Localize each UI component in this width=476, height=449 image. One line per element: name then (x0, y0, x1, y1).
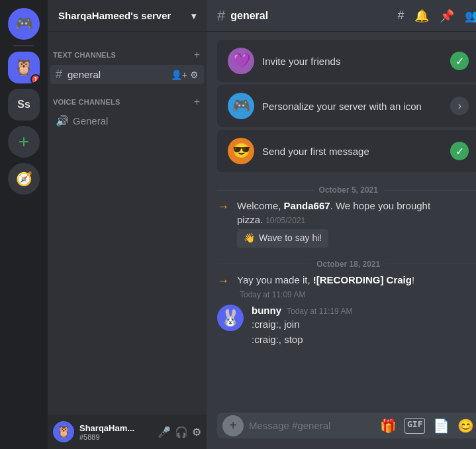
checklist-first-message-icon: 😎 (228, 138, 254, 164)
bell-icon[interactable]: 🔔 (414, 9, 429, 23)
checklist-personalize: 🎮 Personalize your server with an icon › (217, 85, 476, 127)
hashtag-icon[interactable]: # (397, 9, 404, 23)
server-sidebar: 🎮 🦉 1 Ss + 🧭 (0, 0, 48, 449)
user-bar: 🦉 SharqaHam... #5889 🎤 🎧 ⚙ (48, 415, 207, 449)
text-channels-label: TEXT CHANNELS (53, 51, 116, 59)
message-body-bunny: bunny Today at 11:19 AM :craig:, join :c… (252, 305, 476, 346)
discord-logo[interactable]: 🎮 (8, 8, 40, 40)
hash-icon: # (56, 68, 62, 81)
members-icon[interactable]: 👥 (465, 9, 476, 23)
add-member-icon[interactable]: 👤+ (171, 70, 187, 80)
chat-header: # general # 🔔 📌 👥 (207, 0, 476, 32)
server-icon-ss[interactable]: Ss (8, 89, 40, 121)
avatar: 🦉 (53, 421, 74, 442)
system-author-craig: ![RECORDING] Craig (313, 274, 412, 285)
system-text-prefix-craig: Yay you made it, (237, 274, 313, 285)
server-name-bar[interactable]: SharqaHameed's server ▾ (48, 0, 207, 32)
checklist-first-message: 😎 Send your first message ✓ (217, 130, 476, 172)
avatar-bunny: 🐰 (217, 305, 244, 331)
checklist-invite-friends: 💜 Invite your friends ✓ (217, 40, 476, 82)
input-actions: 🎁 GIF 📄 😊 (380, 418, 474, 434)
system-message-content-craig: Yay you made it, ![RECORDING] Craig! Tod… (237, 273, 414, 301)
system-message-content-panda: Welcome, Panda667. We hope you brought p… (237, 199, 476, 248)
system-timestamp-craig: Today at 11:09 AM (240, 290, 305, 299)
sticker-icon[interactable]: 📄 (433, 418, 450, 434)
voice-channel-name-general: General (73, 115, 108, 126)
emoji-icon[interactable]: 😊 (457, 418, 474, 434)
message-line-1-bunny: :craig:, join (252, 317, 476, 331)
server-name: SharqaHameed's server (58, 10, 171, 21)
checklist-first-message-text: Send your first message (262, 146, 442, 157)
wave-button[interactable]: 👋 Wave to say hi! (237, 229, 328, 248)
channel-header-title: general (230, 10, 268, 22)
message-author-bunny: bunny (252, 305, 281, 316)
settings-icon[interactable]: ⚙ (192, 426, 201, 438)
checklist-first-message-check[interactable]: ✓ (450, 142, 469, 160)
user-tag: #5889 (79, 433, 152, 441)
gif-icon[interactable]: GIF (405, 418, 425, 434)
pin-icon[interactable]: 📌 (440, 9, 454, 23)
checklist-invite-icon: 💜 (228, 48, 254, 74)
messages-area: 💜 Invite your friends ✓ 🎮 Personalize yo… (207, 32, 476, 413)
system-arrow-icon: → (217, 200, 229, 214)
system-timestamp-panda: 10/05/2021 (265, 216, 305, 225)
wave-emoji: 👋 (244, 232, 255, 245)
notification-badge: 1 (30, 74, 40, 83)
checklist-invite-text: Invite your friends (262, 56, 442, 67)
voice-channels-category: VOICE CHANNELS + (48, 84, 207, 112)
system-author-panda: Panda667 (284, 200, 330, 211)
add-voice-channel-button[interactable]: + (193, 95, 201, 109)
date-divider-oct5: October 5, 2021 (207, 175, 476, 197)
voice-channels-label: VOICE CHANNELS (53, 98, 120, 106)
user-info: SharqaHam... #5889 (79, 423, 152, 441)
channel-hash-icon: # (217, 7, 225, 25)
channel-icons: 👤+ ⚙ (171, 70, 199, 80)
divider-line-right (383, 190, 476, 191)
date-divider-oct18: October 18, 2021 (207, 249, 476, 272)
system-message-panda: → Welcome, Panda667. We hope you brought… (207, 197, 476, 249)
add-attachment-button[interactable]: + (222, 415, 244, 436)
channel-name-general: general (68, 69, 101, 80)
headphone-icon[interactable]: 🎧 (175, 426, 188, 438)
wave-label: Wave to say hi! (259, 232, 322, 245)
user-controls: 🎤 🎧 ⚙ (158, 426, 201, 438)
channel-sidebar: SharqaHameed's server ▾ TEXT CHANNELS + … (48, 0, 207, 449)
text-channels-category: TEXT CHANNELS + (48, 37, 207, 65)
chat-input-box: + 🎁 GIF 📄 😊 (217, 413, 476, 438)
checklist-invite-check[interactable]: ✓ (450, 52, 469, 70)
message-line-2-bunny: :craig:, stop (252, 332, 476, 346)
add-text-channel-button[interactable]: + (193, 48, 201, 62)
speaker-icon: 🔊 (56, 115, 69, 127)
chevron-down-icon: ▾ (191, 11, 196, 21)
microphone-icon[interactable]: 🎤 (158, 426, 171, 438)
message-time-bunny: Today at 11:19 AM (287, 307, 352, 316)
server-icon-owl[interactable]: 🦉 1 (8, 52, 40, 83)
explore-button[interactable]: 🧭 (8, 163, 40, 195)
settings-icon[interactable]: ⚙ (190, 70, 199, 80)
chat-header-actions: # 🔔 📌 👥 (397, 9, 476, 23)
date-divider-oct18-text: October 18, 2021 (316, 260, 380, 269)
checklist-personalize-icon: 🎮 (228, 93, 254, 119)
channel-item-general[interactable]: # general 👤+ ⚙ (50, 65, 204, 84)
checklist-personalize-text: Personalize your server with an icon (262, 101, 442, 112)
message-header-bunny: bunny Today at 11:19 AM (252, 305, 476, 316)
system-text-suffix-craig: ! (412, 274, 414, 285)
message-input[interactable] (249, 413, 375, 438)
server-divider (13, 45, 34, 46)
system-message-craig: → Yay you made it, ![RECORDING] Craig! T… (207, 272, 476, 302)
chat-input-area: + 🎁 GIF 📄 😊 (207, 413, 476, 449)
main-chat: # general # 🔔 📌 👥 💜 Invite your friends … (207, 0, 476, 449)
divider-line-left2 (217, 264, 311, 264)
message-group-bunny: 🐰 bunny Today at 11:19 AM :craig:, join … (207, 302, 476, 349)
username: SharqaHam... (79, 423, 152, 433)
add-server-button[interactable]: + (8, 126, 40, 158)
checklist-personalize-arrow[interactable]: › (450, 97, 469, 115)
system-text-prefix-panda: Welcome, (237, 200, 284, 211)
divider-line-right2 (385, 264, 476, 264)
system-arrow-icon2: → (217, 274, 229, 288)
channel-item-voice-general[interactable]: 🔊 General (50, 112, 204, 130)
date-divider-oct5-text: October 5, 2021 (319, 185, 378, 195)
divider-line-left (217, 190, 314, 191)
channel-list: TEXT CHANNELS + # general 👤+ ⚙ VOICE CHA… (48, 32, 207, 415)
gift-icon[interactable]: 🎁 (380, 418, 397, 434)
